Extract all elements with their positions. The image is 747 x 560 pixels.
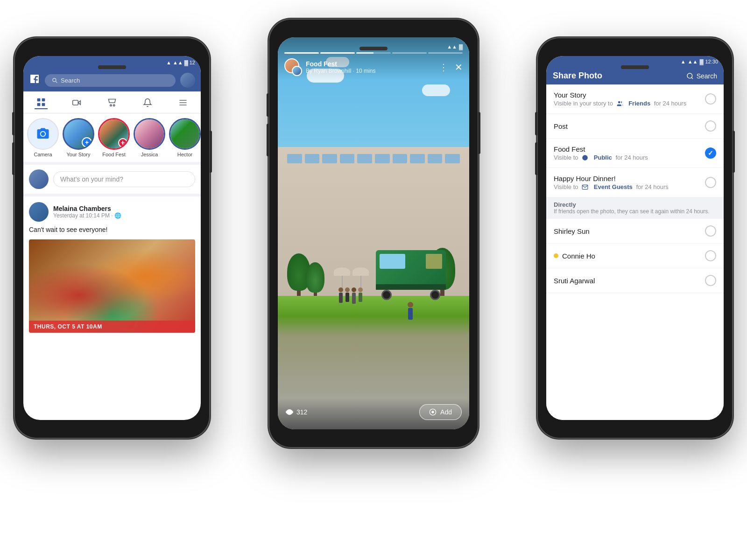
center-phone-screen: ▲▲ ▓ (278, 37, 469, 429)
your-story-option-title: Your Story (554, 91, 686, 99)
nav-video[interactable] (70, 96, 83, 109)
share-title: Share Photo (553, 71, 602, 81)
center-volume-down[interactable] (267, 124, 269, 156)
stories-row: Camera + Your Story Food Fest (23, 113, 201, 165)
share-connie-ho[interactable]: Connie Ho (546, 244, 724, 268)
your-story-label: Your Story (67, 152, 91, 157)
story-food-fest[interactable]: Food Fest (98, 118, 130, 157)
story-your-story[interactable]: + Your Story (63, 118, 94, 157)
your-story-radio[interactable] (705, 93, 716, 105)
right-signal: ▲▲ (688, 59, 698, 64)
svg-point-16 (431, 411, 434, 413)
food-fest-option-title: Food Fest (554, 145, 648, 153)
post-box: What's on your mind? (23, 165, 201, 196)
directly-info: Directly If friends open the photo, they… (554, 201, 710, 215)
post-avatar (29, 169, 49, 189)
share-options-list: Your Story Visible in your story to Frie… (546, 84, 724, 420)
food-fest-badge (118, 138, 127, 147)
story-jessica[interactable]: Jessica (134, 118, 165, 157)
svg-rect-13 (122, 141, 123, 145)
phone-speaker (98, 65, 126, 69)
right-power-btn[interactable] (733, 131, 735, 173)
happy-hour-option-sub: Visible to Event Guests for 24 hours (554, 183, 669, 190)
story-close-btn[interactable]: ✕ (455, 62, 463, 73)
directly-label: Directly (554, 201, 710, 208)
search-placeholder: Search (61, 77, 80, 84)
share-search-label: Search (697, 72, 717, 80)
right-speaker (621, 65, 649, 69)
svg-rect-4 (73, 100, 78, 105)
progress-bar-3 (356, 52, 391, 54)
sruti-info: Sruti Agarwal (554, 277, 595, 285)
add-to-story-btn[interactable]: Add (419, 404, 462, 420)
svg-rect-3 (42, 103, 45, 106)
shirley-name: Shirley Sun (554, 227, 590, 235)
power-btn[interactable] (210, 131, 212, 173)
post-option-title: Post (554, 122, 568, 130)
share-search-btn[interactable]: Search (686, 72, 717, 80)
nav-menu[interactable] (176, 96, 190, 109)
center-volume-up[interactable] (267, 93, 269, 117)
volume-up-btn[interactable] (12, 112, 14, 135)
navigation-bar (23, 91, 201, 113)
center-speaker (359, 47, 388, 50)
nav-feed[interactable] (35, 96, 48, 109)
happy-hour-option-info: Happy Hour Dinner! Visible to Event Gues… (554, 175, 669, 190)
share-post[interactable]: Post (546, 114, 724, 139)
svg-point-11 (41, 132, 45, 136)
story-more-btn[interactable]: ⋮ (439, 62, 448, 73)
connie-info: Connie Ho (562, 252, 595, 260)
progress-bar-1 (284, 52, 319, 54)
facebook-logo[interactable] (29, 73, 40, 87)
story-camera[interactable]: Camera (27, 118, 59, 157)
story-subtitle: By Ryan Brownhill · 10 mins (306, 68, 435, 74)
right-volume-up[interactable] (535, 112, 537, 135)
center-power-btn[interactable] (478, 112, 480, 154)
shirley-info: Shirley Sun (554, 227, 590, 235)
volume-down-btn[interactable] (12, 142, 14, 175)
views-count: 312 (296, 408, 307, 416)
food-fest-radio[interactable] (705, 147, 716, 159)
share-shirley-sun[interactable]: Shirley Sun (546, 219, 724, 244)
your-story-option-info: Your Story Visible in your story to Frie… (554, 91, 686, 107)
post-user-info: Melaina Chambers Yesterday at 10:14 PM ·… (53, 205, 195, 219)
event-date-banner: THURS, OCT 5 AT 10AM (29, 321, 195, 333)
share-food-fest[interactable]: Food Fest Visible to Public for 24 hours (546, 139, 724, 168)
progress-bar-5 (428, 52, 463, 54)
camera-label: Camera (34, 152, 52, 157)
nav-marketplace[interactable] (106, 96, 119, 109)
share-your-story[interactable]: Your Story Visible in your story to Frie… (546, 84, 724, 114)
share-happy-hour[interactable]: Happy Hour Dinner! Visible to Event Gues… (546, 168, 724, 197)
story-title: Food Fest (306, 60, 435, 68)
right-phone-screen: ▲ ▲▲ ▓ 12:30 Share Photo Search Your Sto… (546, 56, 724, 420)
svg-rect-1 (37, 103, 41, 106)
shirley-radio[interactable] (705, 225, 716, 237)
food-fest-option-info: Food Fest Visible to Public for 24 hours (554, 145, 648, 161)
svg-rect-0 (37, 98, 41, 102)
connie-radio[interactable] (705, 250, 716, 261)
food-fest-circle (98, 118, 130, 150)
progress-bar-2 (320, 52, 355, 54)
user-avatar[interactable] (180, 73, 195, 88)
post-header: Melaina Chambers Yesterday at 10:14 PM ·… (29, 202, 195, 222)
hector-circle (169, 118, 201, 150)
search-bar[interactable]: Search (45, 74, 176, 87)
sruti-radio[interactable] (705, 275, 716, 286)
jessica-label: Jessica (141, 152, 158, 157)
happy-hour-radio[interactable] (705, 177, 716, 188)
sruti-name: Sruti Agarwal (554, 277, 595, 285)
time-display: 12 (190, 60, 195, 65)
post-radio[interactable] (705, 120, 716, 132)
story-top-bar: ▲▲ ▓ (278, 37, 469, 80)
story-avatar-pair (284, 58, 302, 76)
post-user-name: Melaina Chambers (53, 205, 195, 212)
wifi-icon: ▲ (166, 60, 171, 65)
right-volume-down[interactable] (535, 142, 537, 175)
nav-notifications[interactable] (141, 96, 154, 109)
battery-icon: ▓ (184, 60, 188, 65)
story-hector[interactable]: Hector (169, 118, 201, 157)
share-sruti-agarwal[interactable]: Sruti Agarwal (546, 268, 724, 293)
post-input[interactable]: What's on your mind? (53, 171, 195, 187)
story-title-info: Food Fest By Ryan Brownhill · 10 mins (306, 60, 435, 74)
share-photo-header: Share Photo Search (546, 67, 724, 84)
